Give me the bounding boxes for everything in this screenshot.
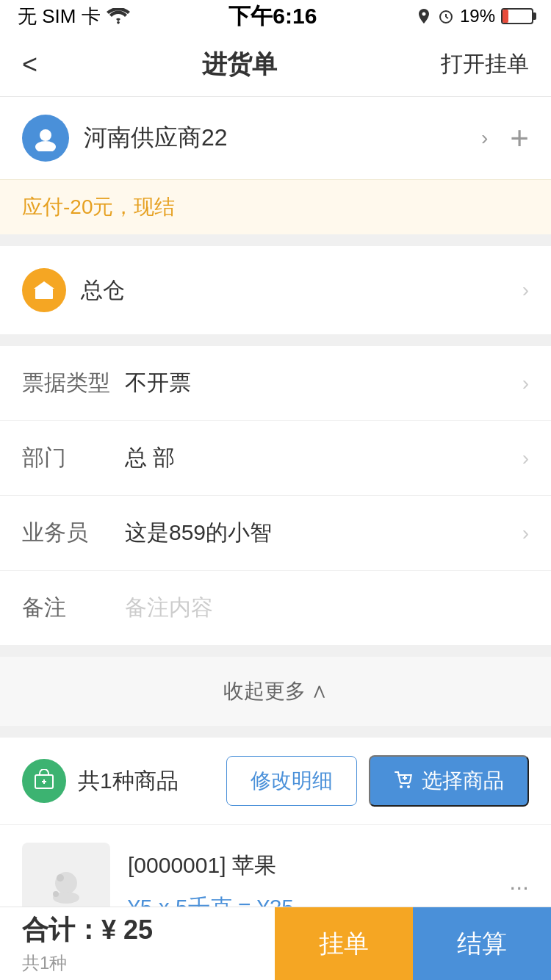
total-label: 合计： — [22, 915, 101, 945]
remark-placeholder: 备注内容 — [110, 593, 529, 623]
product-icon — [22, 759, 66, 803]
battery-icon — [501, 8, 533, 24]
warehouse-icon — [22, 268, 66, 312]
product-title: 苹果 — [232, 853, 276, 877]
open-hold-button[interactable]: 打开挂单 — [441, 49, 529, 79]
status-bar: 无 SIM 卡 下午6:16 19% — [0, 0, 551, 32]
collapse-button[interactable]: 收起更多 ∧ — [0, 657, 551, 726]
battery-text: 19% — [460, 6, 495, 26]
supplier-avatar — [22, 115, 69, 162]
carrier-text: 无 SIM 卡 — [18, 4, 101, 29]
invoice-row[interactable]: 票据类型 不开票 › — [0, 346, 551, 421]
total-value: ¥ 25 — [101, 915, 153, 945]
notice-text: 应付-20元，现结 — [22, 195, 175, 218]
svg-point-18 — [53, 891, 59, 897]
svg-point-4 — [35, 141, 56, 151]
status-time: 下午6:16 — [228, 1, 317, 32]
salesman-arrow-icon: › — [522, 522, 529, 545]
page-title: 进货单 — [202, 48, 277, 82]
footer: 合计：¥ 25 共1种 挂单 结算 — [0, 907, 551, 980]
supplier-row[interactable]: 河南供应商22 › + — [0, 97, 551, 179]
location-icon — [416, 8, 432, 24]
remark-label: 备注 — [22, 593, 110, 623]
select-product-button[interactable]: 选择商品 — [369, 755, 529, 807]
footer-total: 合计：¥ 25 共1种 — [0, 912, 275, 975]
product-count: 共1种商品 — [78, 766, 226, 796]
content: 河南供应商22 › + 应付-20元，现结 总仓 › 票据类型 不开票 › — [0, 97, 551, 980]
product-header: 共1种商品 修改明细 选择商品 — [0, 738, 551, 825]
product-more-button[interactable]: ··· — [509, 873, 529, 901]
supplier-name: 河南供应商22 — [84, 122, 481, 154]
wifi-icon — [107, 8, 130, 24]
salesman-row[interactable]: 业务员 这是859的小智 › — [0, 496, 551, 571]
total-amount: 合计：¥ 25 — [22, 912, 253, 948]
svg-rect-7 — [41, 293, 47, 299]
cart-icon — [394, 771, 414, 791]
svg-point-3 — [40, 129, 51, 141]
product-id: [0000001] — [128, 853, 226, 877]
hold-label: 挂单 — [319, 927, 369, 961]
remark-row[interactable]: 备注 备注内容 — [0, 571, 551, 645]
form-section: 票据类型 不开票 › 部门 总 部 › 业务员 这是859的小智 › 备注 备注… — [0, 346, 551, 645]
collapse-label: 收起更多 ∧ — [223, 680, 328, 702]
add-supplier-button[interactable]: + — [510, 122, 529, 154]
status-left: 无 SIM 卡 — [18, 4, 130, 29]
warehouse-row[interactable]: 总仓 › — [0, 246, 551, 334]
invoice-label: 票据类型 — [22, 368, 110, 398]
checkout-button[interactable]: 结算 — [413, 907, 551, 981]
salesman-value: 这是859的小智 — [110, 518, 522, 548]
dept-arrow-icon: › — [522, 447, 529, 470]
notice-bar: 应付-20元，现结 — [0, 179, 551, 234]
edit-detail-button[interactable]: 修改明细 — [226, 756, 357, 806]
warehouse-arrow-icon: › — [522, 278, 529, 302]
product-name: [0000001] 苹果 — [128, 851, 509, 881]
status-right: 19% — [416, 6, 533, 26]
invoice-value: 不开票 — [110, 368, 522, 398]
alarm-icon — [438, 8, 454, 24]
svg-point-16 — [57, 874, 64, 882]
svg-point-12 — [407, 785, 410, 788]
dept-row[interactable]: 部门 总 部 › — [0, 421, 551, 496]
salesman-label: 业务员 — [22, 518, 110, 548]
supplier-section: 河南供应商22 › + 应付-20元，现结 — [0, 97, 551, 234]
total-count: 共1种 — [22, 951, 253, 975]
supplier-arrow-icon: › — [481, 126, 488, 150]
svg-line-2 — [446, 17, 448, 18]
divider — [0, 726, 551, 738]
svg-point-11 — [400, 785, 403, 788]
warehouse-name: 总仓 — [81, 275, 522, 306]
warehouse-section: 总仓 › — [0, 246, 551, 334]
svg-marker-6 — [34, 281, 54, 289]
hold-button[interactable]: 挂单 — [275, 907, 413, 981]
back-button[interactable]: < — [22, 49, 37, 80]
dept-label: 部门 — [22, 443, 110, 473]
invoice-arrow-icon: › — [522, 372, 529, 395]
dept-value: 总 部 — [110, 443, 522, 473]
nav-bar: < 进货单 打开挂单 — [0, 32, 551, 97]
select-product-label: 选择商品 — [422, 767, 504, 795]
checkout-label: 结算 — [457, 927, 507, 961]
